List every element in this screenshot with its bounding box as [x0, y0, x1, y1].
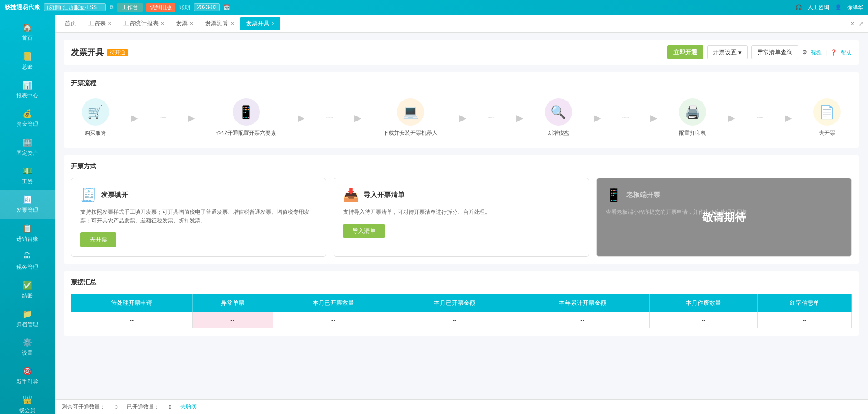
app-brand: 畅捷通易代账 — [5, 3, 40, 11]
settings-circle-icon: ⚙ — [802, 49, 807, 56]
tab-home-label: 首页 — [65, 20, 76, 28]
help-label[interactable]: 帮助 — [841, 49, 852, 56]
sidebar-item-inout[interactable]: 📋 进销台账 — [0, 219, 55, 247]
flow-step-configure[interactable]: 📱 企业开通配置开票六要素 — [216, 98, 276, 137]
import-card-title: 导入开票清单 — [364, 191, 404, 199]
immediate-open-button[interactable]: 立即开通 — [667, 45, 703, 59]
configure-icon: 📱 — [238, 105, 254, 120]
col-month-amount: 本月已开票金额 — [394, 294, 515, 312]
col-pending: 待处理开票申请 — [71, 294, 193, 312]
tab-invoice-close[interactable]: ✕ — [190, 21, 193, 26]
tab-salary-report[interactable]: 工资统计报表 ✕ — [118, 17, 170, 30]
sidebar-item-assets[interactable]: 🏢 固定资产 — [0, 133, 55, 162]
sidebar-item-tax[interactable]: 🏛 税务管理 — [0, 247, 55, 276]
flow-step-buy-icon-wrap: 🛒 — [82, 98, 109, 126]
sidebar-item-guide[interactable]: 🎯 新手引导 — [0, 362, 55, 390]
sidebar-item-salary[interactable]: 💵 工资 — [0, 162, 55, 190]
flow-step-printer-icon-wrap: 🖨️ — [679, 98, 706, 126]
buy-link[interactable]: 去购买 — [180, 403, 197, 411]
tab-bar: 首页 工资表 ✕ 工资统计报表 ✕ 发票 ✕ 发票测算 ✕ 发票开具 ✕ — [55, 15, 868, 33]
flow-step-dotted-1: ┄┄ — [160, 115, 166, 121]
tab-home[interactable]: 首页 — [59, 17, 82, 30]
buy-service-icon: 🛒 — [87, 105, 103, 120]
method-card-manual-header: 🧾 发票填开 — [80, 187, 317, 202]
tab-salary-report-close[interactable]: ✕ — [160, 21, 164, 26]
flow-step-dotted-4: ┄┄ — [622, 115, 629, 121]
tax-icon: 🏛 — [23, 252, 31, 262]
import-card-icon: 📥 — [343, 187, 359, 202]
flow-step-taxdisk[interactable]: 🔍 新增税盘 — [545, 98, 572, 137]
period-value[interactable]: 2023-02 — [194, 3, 220, 11]
bottom-bar: 剩余可开通数量： 0 已开通数量： 0 去购买 — [55, 399, 868, 414]
opened-value: 0 — [169, 404, 172, 410]
user-name[interactable]: 徐泽华 — [847, 4, 863, 11]
sidebar-item-archive[interactable]: 📁 归档管理 — [0, 304, 55, 333]
col-month-count: 本月已开票数量 — [273, 294, 394, 312]
flow-step-taxdisk-icon-wrap: 🔍 — [545, 98, 572, 126]
sidebar-item-ledger[interactable]: 📒 总账 — [0, 47, 55, 76]
sidebar-label-funds: 资金管理 — [16, 121, 38, 128]
cell-month-amount: -- — [394, 312, 515, 328]
sidebar-item-funds[interactable]: 💰 资金管理 — [0, 104, 55, 133]
page-title: 发票开具 — [71, 47, 104, 58]
flow-step-printer[interactable]: 🖨️ 配置打印机 — [679, 98, 706, 137]
sidebar-item-member[interactable]: 👑 畅会员 — [0, 390, 55, 414]
back-button[interactable]: 切到旧版 — [146, 3, 175, 12]
tab-restore-button[interactable]: ⤢ — [858, 20, 863, 27]
flow-step-buy[interactable]: 🛒 购买服务 — [82, 98, 109, 137]
ledger-icon: 📒 — [22, 51, 32, 61]
sidebar-label-salary: 工资 — [22, 178, 33, 186]
view-label[interactable]: 视频 — [811, 49, 822, 56]
sidebar-item-settings[interactable]: ⚙️ 设置 — [0, 333, 55, 362]
flow-step-download[interactable]: 💻 下载并安装开票机器人 — [383, 98, 438, 137]
flow-step-issue[interactable]: 📄 去开票 — [813, 98, 841, 137]
flow-arrow-2b: ▶ — [354, 112, 361, 123]
flow-arrow-3b: ▶ — [516, 112, 523, 123]
sidebar-item-reports[interactable]: 📊 报表中心 — [0, 76, 55, 104]
invoice-icon: 🧾 — [22, 195, 32, 205]
flow-section: 开票流程 🛒 购买服务 ▶ ┄┄ ▶ 📱 — [64, 72, 859, 148]
chevron-down-icon: ▾ — [738, 49, 742, 56]
tab-invoice-issue[interactable]: 发票开具 ✕ — [240, 17, 280, 30]
methods-section: 开票方式 🧾 发票填开 支持按照发票样式手工填开发票；可开具增值税电子普通发票、… — [64, 155, 859, 264]
sidebar: 🏠 首页 📒 总账 📊 报表中心 💰 资金管理 🏢 固定资产 💵 工资 🧾 发票… — [0, 15, 55, 414]
funds-icon: 💰 — [22, 109, 32, 119]
help-icon: ❓ — [830, 49, 837, 56]
sidebar-label-home: 首页 — [22, 35, 33, 42]
workspace-button[interactable]: 工作台 — [117, 3, 143, 12]
flow-arrow-3: ▶ — [459, 112, 466, 123]
tab-salary-table[interactable]: 工资表 ✕ — [83, 17, 117, 30]
sidebar-item-home[interactable]: 🏠 首页 — [0, 18, 55, 47]
tab-close-all-button[interactable]: ✕ — [850, 20, 855, 27]
salary-icon: 💵 — [22, 166, 32, 176]
go-issue-button[interactable]: 去开票 — [80, 232, 116, 247]
cell-year-amount: -- — [515, 312, 650, 328]
top-bar: 畅捷通易代账 (勿删) 江西服宝-LSS ⧉ 工作台 切到旧版 账期 2023-… — [0, 0, 868, 15]
sidebar-label-archive: 归档管理 — [16, 321, 38, 328]
tab-invoice-issue-close[interactable]: ✕ — [271, 21, 275, 26]
copy-icon[interactable]: ⧉ — [110, 4, 114, 10]
sidebar-label-guide: 新手引导 — [16, 378, 38, 386]
method-card-import: 📥 导入开票清单 支持导入待开票清单，可对待开票清单进行拆分、合并处理。 导入清… — [334, 178, 589, 257]
tab-invoice-issue-label: 发票开具 — [246, 20, 269, 28]
abnormal-query-button[interactable]: 异常清单查询 — [751, 45, 798, 59]
tab-invoice-calc-label: 发票测算 — [205, 20, 229, 28]
import-list-button[interactable]: 导入清单 — [343, 224, 385, 238]
user-service-label[interactable]: 人工咨询 — [808, 4, 829, 11]
calendar-icon[interactable]: 📅 — [224, 4, 230, 10]
sidebar-item-closing[interactable]: ✅ 结账 — [0, 276, 55, 304]
main-area: 首页 工资表 ✕ 工资统计报表 ✕ 发票 ✕ 发票测算 ✕ 发票开具 ✕ — [55, 15, 868, 414]
opened-label: 已开通数量： — [127, 403, 160, 411]
company-select[interactable]: (勿删) 江西服宝-LSS — [44, 3, 106, 11]
tab-invoice[interactable]: 发票 ✕ — [170, 17, 199, 30]
cell-void-count: -- — [650, 312, 758, 328]
sidebar-item-invoice[interactable]: 🧾 发票管理 — [0, 190, 55, 219]
summary-section: 票据汇总 待处理开票申请 异常单票 本月已开票数量 本月已开票金额 本年累计开票… — [64, 271, 859, 336]
header-actions: 立即开通 开票设置 ▾ 异常清单查询 ⚙ 视频 | ❓ 帮助 — [667, 45, 852, 59]
settings-button[interactable]: 开票设置 ▾ — [707, 45, 748, 59]
tab-salary-table-close[interactable]: ✕ — [108, 21, 111, 26]
download-icon: 💻 — [403, 105, 419, 120]
remaining-label: 剩余可开通数量： — [62, 403, 105, 411]
tab-invoice-calc-close[interactable]: ✕ — [230, 21, 234, 26]
tab-invoice-calc[interactable]: 发票测算 ✕ — [200, 17, 239, 30]
